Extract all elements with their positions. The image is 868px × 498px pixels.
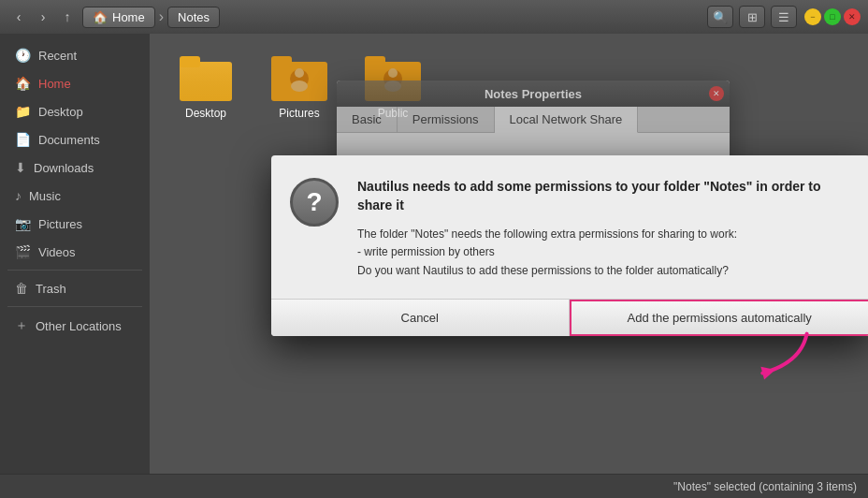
status-text: "Notes" selected (containing 3 items)	[673, 480, 857, 493]
home-sidebar-icon: 🏠	[15, 76, 31, 91]
sidebar-divider-2	[7, 306, 142, 307]
window-controls: − □ ✕	[804, 8, 861, 25]
up-button[interactable]: ↑	[56, 6, 79, 28]
tab-permissions[interactable]: Permissions	[398, 107, 495, 132]
svg-marker-13	[756, 362, 774, 381]
perm-dialog-desc: The folder "Notes" needs the following e…	[357, 226, 851, 280]
sidebar-divider	[7, 270, 142, 271]
breadcrumb-sep: ›	[159, 8, 164, 25]
svg-point-7	[291, 81, 308, 92]
svg-rect-2	[180, 56, 200, 67]
pictures-label: Pictures	[279, 107, 319, 120]
desktop-folder-icon	[180, 52, 232, 101]
svg-rect-4	[271, 56, 292, 67]
notes-dialog-titlebar: Notes Properties ✕	[337, 81, 730, 107]
pictures-icon: 📷	[15, 216, 31, 231]
music-icon: ♪	[15, 188, 22, 203]
file-item-desktop[interactable]: Desktop	[168, 52, 243, 120]
breadcrumb-area: 🏠 Home › Notes	[82, 7, 703, 28]
pictures-folder-icon	[271, 52, 327, 101]
sidebar-item-downloads[interactable]: ⬇ Downloads	[4, 154, 146, 181]
maximize-button[interactable]: □	[824, 8, 841, 25]
content-area: 🕐 Recent 🏠 Home 📁 Desktop 📄 Documents ⬇ …	[0, 34, 868, 474]
svg-point-11	[388, 68, 398, 78]
sidebar-item-trash[interactable]: 🗑 Trash	[4, 275, 146, 301]
videos-icon: 🎬	[15, 244, 31, 259]
svg-rect-1	[180, 62, 232, 101]
sidebar-item-desktop[interactable]: 📁 Desktop	[4, 98, 146, 124]
file-area: Desktop Pictures	[150, 34, 868, 474]
trash-icon: 🗑	[15, 281, 28, 296]
notes-dialog-close[interactable]: ✕	[709, 86, 724, 101]
cancel-button[interactable]: Cancel	[271, 300, 570, 336]
svg-rect-9	[365, 56, 385, 67]
sidebar-item-other[interactable]: ＋ Other Locations	[4, 312, 146, 340]
file-item-pictures[interactable]: Pictures	[262, 52, 337, 120]
sidebar-item-videos[interactable]: 🎬 Videos	[4, 239, 146, 265]
sidebar: 🕐 Recent 🏠 Home 📁 Desktop 📄 Documents ⬇ …	[0, 34, 150, 474]
desktop-icon: 📁	[15, 104, 31, 119]
minimize-button[interactable]: −	[804, 8, 821, 25]
svg-point-6	[295, 68, 304, 78]
forward-button[interactable]: ›	[32, 6, 54, 28]
breadcrumb-notes[interactable]: Notes	[167, 7, 220, 28]
nav-controls: ‹ › ↑	[7, 6, 79, 28]
sidebar-item-music[interactable]: ♪ Music	[4, 183, 146, 209]
add-icon: ＋	[15, 317, 28, 334]
question-icon: ?	[290, 178, 339, 227]
main-window: ‹ › ↑ 🏠 Home › Notes 🔍 ⊞ ☰ − □ ✕	[0, 0, 868, 498]
sidebar-item-home[interactable]: 🏠 Home	[4, 70, 146, 96]
desktop-label: Desktop	[185, 107, 226, 120]
back-button[interactable]: ‹	[7, 6, 30, 28]
titlebar: ‹ › ↑ 🏠 Home › Notes 🔍 ⊞ ☰ − □ ✕	[0, 0, 868, 34]
tab-local-network-share[interactable]: Local Network Share	[495, 107, 639, 133]
perm-dialog-title: Nautilus needs to add some permissions t…	[357, 178, 851, 214]
menu-button[interactable]: ☰	[771, 6, 797, 28]
sidebar-item-recent[interactable]: 🕐 Recent	[4, 42, 146, 68]
sidebar-item-documents[interactable]: 📄 Documents	[4, 126, 146, 153]
downloads-icon: ⬇	[15, 160, 26, 175]
add-permissions-button[interactable]: Add the permissions automatically	[570, 300, 869, 336]
home-icon: 🏠	[93, 10, 108, 24]
titlebar-actions: 🔍 ⊞ ☰	[707, 6, 797, 28]
close-button[interactable]: ✕	[844, 8, 861, 25]
recent-icon: 🕐	[15, 48, 31, 63]
tab-basic[interactable]: Basic	[337, 107, 398, 132]
statusbar: "Notes" selected (containing 3 items)	[0, 474, 868, 498]
perm-dialog-text: Nautilus needs to add some permissions t…	[357, 178, 851, 280]
sidebar-item-pictures[interactable]: 📷 Pictures	[4, 211, 146, 237]
breadcrumb-home[interactable]: 🏠 Home	[82, 7, 155, 28]
view-button[interactable]: ⊞	[739, 6, 765, 28]
notes-dialog-tabs: Basic Permissions Local Network Share	[337, 107, 730, 133]
perm-dialog-body: ? Nautilus needs to add some permissions…	[271, 155, 868, 299]
search-button[interactable]: 🔍	[707, 6, 733, 28]
documents-icon: 📄	[15, 132, 31, 147]
